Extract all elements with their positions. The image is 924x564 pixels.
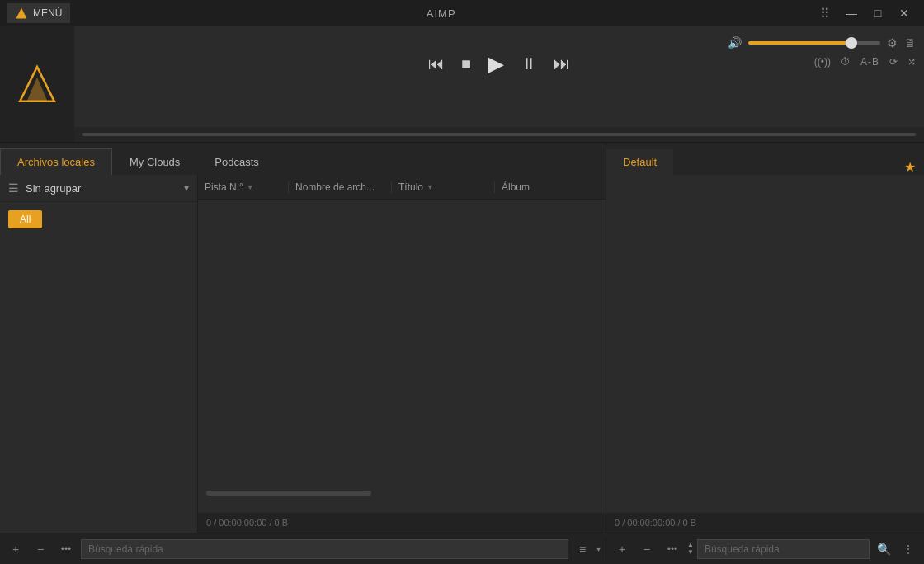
add-icon: + xyxy=(619,543,625,556)
volume-thumb xyxy=(846,37,857,49)
lib-remove-button[interactable]: − xyxy=(30,538,51,560)
timer-icon[interactable]: ⏱ xyxy=(841,56,851,68)
sort-icon-title: ▼ xyxy=(427,183,434,191)
tab-local-files[interactable]: Archivos locales xyxy=(0,148,112,176)
menu-label: MENÚ xyxy=(33,7,62,19)
playlist-content xyxy=(606,175,924,513)
display-icon[interactable]: 🖥 xyxy=(904,36,916,49)
play-button[interactable]: ▶ xyxy=(488,51,504,77)
lib-dropdown-icon[interactable]: ▾ xyxy=(596,544,601,553)
library-tabs: Archivos locales My Clouds Podcasts xyxy=(0,143,606,175)
tab-my-clouds[interactable]: My Clouds xyxy=(112,148,197,175)
hamburger-icon[interactable]: ☰ xyxy=(8,181,19,195)
maximize-button[interactable]: □ xyxy=(865,0,891,26)
pl-options-button[interactable]: ⋮ xyxy=(898,538,919,560)
star-icon: ★ xyxy=(904,159,916,175)
library-content: ☰ Sin agrupar ▾ All Pista N.° ▼ Nombre d… xyxy=(0,175,606,533)
add-icon: + xyxy=(12,543,19,556)
next-button[interactable]: ⏭ xyxy=(554,54,570,73)
column-title[interactable]: Título ▼ xyxy=(392,181,495,193)
menu-button[interactable]: MENÚ xyxy=(7,3,70,23)
all-button[interactable]: All xyxy=(8,210,42,228)
options-icon: ⋮ xyxy=(903,543,914,556)
volume-row: 🔊 ⚙ 🖥 xyxy=(728,36,916,49)
lib-add-button[interactable]: + xyxy=(5,538,26,560)
shuffle-button[interactable]: ⤮ xyxy=(908,56,916,68)
maximize-icon: □ xyxy=(874,7,881,20)
ab-button[interactable]: A-B xyxy=(860,56,879,68)
pl-more-button[interactable]: ••• xyxy=(661,538,684,560)
volume-slider[interactable] xyxy=(748,41,880,45)
window-controls: ⠿ — □ ✕ xyxy=(812,0,917,26)
prev-button[interactable]: ⏮ xyxy=(428,54,445,73)
grid-icon: ⠿ xyxy=(820,6,830,21)
progress-area[interactable] xyxy=(74,127,924,142)
playlist-status-bar: 0 / 00:00:00:00 / 0 B xyxy=(606,513,924,533)
menu-icon: ≡ xyxy=(579,543,586,556)
favorite-button[interactable]: ★ xyxy=(904,159,916,175)
remove-icon: − xyxy=(37,543,44,556)
stop-icon: ■ xyxy=(461,54,471,73)
extra-controls: ((•)) ⏱ A-B ⟳ ⤮ xyxy=(814,56,916,68)
playlist-toolbar: + − ••• ▲ ▼ 🔍 ⋮ xyxy=(606,538,924,560)
library-toolbar: + − ••• ≡ ▾ xyxy=(0,538,606,560)
playlist-tabs: Default ★ xyxy=(606,143,924,175)
minimize-icon: — xyxy=(846,7,857,20)
playlist-panel: Default ★ 0 / 00:00:00:00 / 0 B xyxy=(606,143,924,533)
lib-menu-button[interactable]: ≡ xyxy=(572,538,593,560)
more-icon: ••• xyxy=(61,543,72,555)
move-down-icon[interactable]: ▼ xyxy=(687,549,694,556)
file-list-content xyxy=(198,200,606,513)
column-track-number[interactable]: Pista N.° ▼ xyxy=(198,181,289,193)
player-area: ⏮ ■ ▶ ⏸ ⏭ 🔊 ⚙ 🖥 ((•)) ⏱ A-B ⟳ ⤮ xyxy=(0,26,924,142)
close-button[interactable]: ✕ xyxy=(891,0,917,26)
more-icon: ••• xyxy=(667,543,678,555)
repeat-button[interactable]: ⟳ xyxy=(889,56,898,68)
equalizer-icon[interactable]: ⚙ xyxy=(887,36,898,49)
pl-remove-button[interactable]: − xyxy=(636,538,658,560)
group-label: Sin agrupar xyxy=(26,182,177,195)
transport-controls: ⏮ ■ ▶ ⏸ ⏭ xyxy=(428,51,570,77)
grid-button[interactable]: ⠿ xyxy=(812,0,838,26)
aimp-logo-icon xyxy=(15,7,28,20)
bottom-toolbar: + − ••• ≡ ▾ + − ••• ▲ ▼ 🔍 xyxy=(0,533,924,564)
next-icon: ⏭ xyxy=(554,54,570,73)
group-header: ☰ Sin agrupar ▾ xyxy=(0,175,197,202)
sort-icon-track: ▼ xyxy=(247,183,254,191)
file-list-area: Pista N.° ▼ Nombre de arch... Título ▼ Á… xyxy=(198,175,606,533)
progress-bar[interactable] xyxy=(82,133,916,136)
main-area: Archivos locales My Clouds Podcasts ☰ Si… xyxy=(0,143,924,533)
title-bar: MENÚ AIMP ⠿ — □ ✕ xyxy=(0,0,924,26)
tab-default-playlist[interactable]: Default xyxy=(606,149,673,175)
library-panel: Archivos locales My Clouds Podcasts ☰ Si… xyxy=(0,143,606,533)
stop-button[interactable]: ■ xyxy=(461,54,471,73)
move-up-icon[interactable]: ▲ xyxy=(687,542,694,548)
column-filename[interactable]: Nombre de arch... xyxy=(289,181,392,193)
column-album[interactable]: Álbum xyxy=(495,181,606,193)
pl-add-button[interactable]: + xyxy=(611,538,633,560)
prev-icon: ⏮ xyxy=(428,54,445,73)
volume-icon: 🔊 xyxy=(728,36,742,49)
app-title: AIMP xyxy=(70,7,812,20)
group-sidebar: ☰ Sin agrupar ▾ All xyxy=(0,175,198,533)
pl-move-controls: ▲ ▼ xyxy=(687,542,694,556)
group-dropdown-icon[interactable]: ▾ xyxy=(184,182,189,194)
scrollbar-track[interactable] xyxy=(206,491,371,496)
horizontal-scrollbar[interactable] xyxy=(198,490,606,496)
right-controls: 🔊 ⚙ 🖥 ((•)) ⏱ A-B ⟳ ⤮ xyxy=(728,31,924,68)
tab-podcasts[interactable]: Podcasts xyxy=(197,148,276,175)
file-columns-header: Pista N.° ▼ Nombre de arch... Título ▼ Á… xyxy=(198,175,606,200)
library-status-bar: 0 / 00:00:00:00 / 0 B xyxy=(198,513,606,533)
lib-more-button[interactable]: ••• xyxy=(54,538,78,560)
minimize-button[interactable]: — xyxy=(838,0,865,26)
pl-search-button[interactable]: 🔍 xyxy=(873,538,894,560)
svg-marker-0 xyxy=(16,8,27,19)
library-search-input[interactable] xyxy=(81,539,568,559)
play-icon: ▶ xyxy=(488,51,504,77)
search-icon: 🔍 xyxy=(877,543,891,556)
playlist-search-input[interactable] xyxy=(697,539,870,559)
pause-icon: ⏸ xyxy=(521,54,537,73)
pause-button[interactable]: ⏸ xyxy=(521,54,537,73)
remove-icon: − xyxy=(644,543,650,556)
surround-button[interactable]: ((•)) xyxy=(814,56,831,68)
